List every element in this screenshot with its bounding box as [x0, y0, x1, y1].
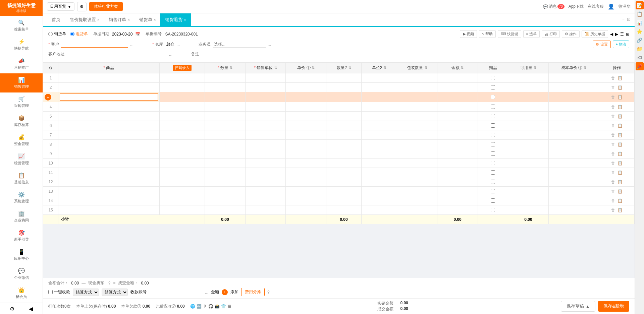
product-cell[interactable] [58, 177, 159, 187]
delete-icon[interactable]: 🗑 [611, 123, 615, 128]
gift-cell[interactable] [478, 73, 508, 83]
tab-sales-return[interactable]: 销货退货 × [160, 13, 191, 27]
qty2-cell[interactable] [326, 149, 361, 159]
unit-cell[interactable] [245, 187, 286, 196]
rt-chart-btn[interactable]: 📊 [636, 19, 644, 27]
delete-icon[interactable]: 🗑 [611, 170, 615, 175]
qty-cell[interactable] [205, 187, 246, 196]
delete-icon[interactable]: 🗑 [611, 142, 615, 147]
unit2-cell[interactable] [362, 102, 397, 112]
price-cell[interactable] [286, 168, 326, 177]
unit-sort-icon[interactable]: ⇅ [274, 66, 277, 70]
settle-method-select[interactable]: 结算方式 [73, 289, 99, 296]
delete-icon[interactable]: 🗑 [611, 151, 615, 156]
shortcut-key-btn[interactable]: ⌨ 快捷键 [498, 30, 521, 38]
pkgqty-cell[interactable] [397, 130, 437, 140]
sidebar-item-sales[interactable]: 📊 销售管理 [0, 73, 43, 92]
pkgqty-cell[interactable] [397, 187, 437, 196]
product-cell[interactable] [58, 83, 159, 92]
amount-sort-icon[interactable]: ⇅ [461, 66, 464, 70]
message-btn[interactable]: 💬 消息 70 [543, 4, 565, 9]
unit2-cell[interactable] [362, 73, 397, 83]
copy-icon[interactable]: 📋 [618, 95, 623, 100]
gift-checkbox[interactable] [491, 142, 495, 146]
unit-cell[interactable] [245, 121, 286, 130]
copy-icon[interactable]: 📋 [618, 133, 623, 137]
add-row-cell[interactable]: + [43, 92, 58, 102]
delete-icon[interactable]: 🗑 [611, 76, 615, 80]
sidebar-item-basic[interactable]: 📋 基础信息 [0, 169, 43, 188]
gift-cell[interactable] [478, 149, 508, 159]
available-sort-icon[interactable]: ⇅ [533, 66, 536, 70]
trial-btn[interactable]: 体验行业方案 [89, 2, 123, 11]
product-cell[interactable] [58, 149, 159, 159]
qty-cell[interactable] [205, 112, 246, 121]
product-cell[interactable] [58, 102, 159, 112]
sidebar-item-finance[interactable]: 💰 资金管理 [0, 131, 43, 150]
copy-icon[interactable]: 📋 [618, 142, 623, 147]
qty-cell[interactable] [205, 168, 246, 177]
operate-btn[interactable]: ⚙ 操作 [562, 30, 580, 38]
qty-cell[interactable] [205, 159, 246, 168]
sidebar-item-member[interactable]: 👑 畅会员 [0, 284, 43, 303]
product-cell[interactable] [58, 73, 159, 83]
qty2-cell[interactable] [326, 73, 361, 83]
amount-cell[interactable] [437, 196, 478, 205]
salesperson-input[interactable] [213, 41, 266, 48]
gift-checkbox[interactable] [491, 170, 495, 175]
amount-cell[interactable] [437, 73, 478, 83]
unit-cell[interactable] [245, 196, 286, 205]
unit-cell[interactable] [245, 149, 286, 159]
print-btn[interactable]: 🖨 打印 [542, 30, 560, 38]
unit2-cell[interactable] [362, 130, 397, 140]
amount-cell[interactable] [437, 177, 478, 187]
pkgqty-cell[interactable] [397, 102, 437, 112]
amount-cell[interactable] [437, 159, 478, 168]
qty-cell[interactable] [205, 73, 246, 83]
sidebar-collapse-icon[interactable]: ◀ [29, 306, 33, 312]
delete-icon[interactable]: 🗑 [611, 95, 615, 100]
qty2-cell[interactable] [326, 168, 361, 177]
pkgqty-cell[interactable] [397, 112, 437, 121]
product-input-cell[interactable] [58, 92, 159, 102]
gift-checkbox[interactable] [491, 208, 495, 212]
qty-cell[interactable] [205, 130, 246, 140]
qty2-cell[interactable] [326, 83, 361, 92]
sidebar-settings-icon[interactable]: ⚙ [10, 306, 14, 312]
qty-cell[interactable] [205, 140, 246, 149]
sidebar-item-purchase[interactable]: 🛒 采购管理 [0, 92, 43, 112]
unit-cell[interactable] [245, 112, 286, 121]
unit2-cell[interactable] [362, 149, 397, 159]
qty-cell[interactable] [205, 149, 246, 159]
gift-cell[interactable] [478, 92, 508, 102]
sidebar-item-guide[interactable]: 🎯 新手引导 [0, 226, 43, 245]
customer-more-icon[interactable]: ... [130, 42, 133, 47]
price-cell[interactable] [286, 177, 326, 187]
rt-edit-btn[interactable]: 📝 [636, 1, 644, 9]
add-row-btn[interactable]: + [45, 94, 51, 101]
gift-cell[interactable] [478, 196, 508, 205]
account-more-icon[interactable]: ... [205, 290, 208, 295]
price-cell[interactable] [286, 73, 326, 83]
sidebar-item-wechat[interactable]: 💬 企业微信 [0, 264, 43, 284]
product-cell[interactable] [58, 130, 159, 140]
rt-pin-btn[interactable]: 📌 [636, 62, 644, 70]
one-key-payment-checkbox[interactable] [48, 290, 53, 294]
warehouse-more-icon[interactable]: ... [176, 42, 180, 47]
price-cell[interactable] [286, 130, 326, 140]
account-input[interactable] [149, 289, 202, 295]
qty-cell[interactable] [205, 177, 246, 187]
unit2-cell[interactable] [362, 168, 397, 177]
pkgqty-cell[interactable] [397, 149, 437, 159]
delete-icon[interactable]: 🗑 [611, 105, 615, 109]
price-cell[interactable] [286, 205, 326, 215]
price-cell[interactable] [286, 83, 326, 92]
video-btn[interactable]: ▶ 视频 [460, 30, 477, 38]
rt-notes-btn[interactable]: 📋 [636, 10, 644, 18]
qty2-cell[interactable] [326, 177, 361, 187]
gift-cell[interactable] [478, 130, 508, 140]
amount-cell[interactable] [437, 187, 478, 196]
amount-cell[interactable] [437, 149, 478, 159]
address-more-icon[interactable]: ... [169, 52, 172, 57]
product-cell[interactable] [58, 196, 159, 205]
